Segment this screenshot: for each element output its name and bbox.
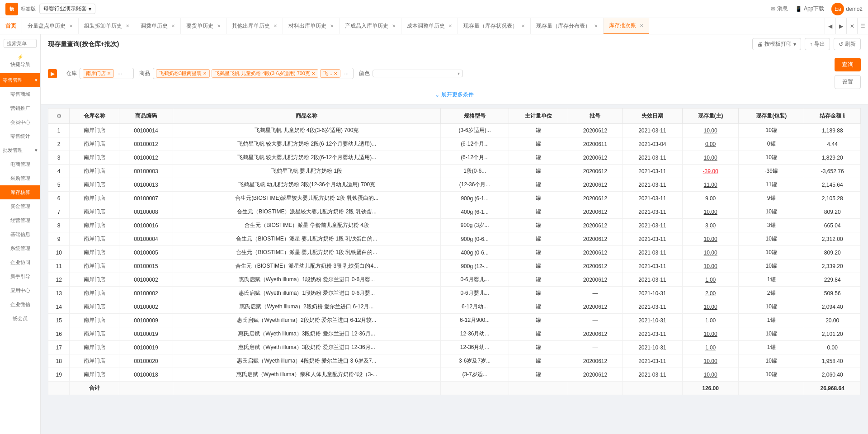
cell-qty-main[interactable]: 10.00	[683, 327, 739, 341]
cell-qty-main[interactable]: 10.00	[683, 354, 739, 368]
close-tab-xianc1[interactable]: ✕	[521, 24, 525, 28]
sidebar-item-changhui[interactable]: 畅会员	[0, 311, 40, 326]
goods-tag-close-3[interactable]: ✕	[334, 71, 337, 76]
sidebar-item-huiyuan[interactable]: 会员中心	[0, 115, 40, 129]
warehouse-tag-1[interactable]: 南岸门店 ✕	[83, 69, 114, 78]
query-btn[interactable]: 查询	[835, 58, 861, 71]
cell-qty-main[interactable]: 1.00	[683, 273, 739, 287]
sidebar-item-qiye[interactable]: 企业协同	[0, 255, 40, 269]
tab-cailiao[interactable]: 材料出库单历史 ✕	[283, 18, 340, 34]
close-tab-zuzhuan[interactable]: ✕	[126, 24, 129, 28]
cell-qty-main[interactable]: 1.00	[683, 314, 739, 327]
store-selector[interactable]: 母婴行业演示账套 ▾	[39, 4, 95, 14]
tab-xianc1[interactable]: 现存量（库存状况表）✕	[458, 18, 531, 34]
cell-qty-main[interactable]: 0.00	[683, 137, 739, 151]
cell-qty-main[interactable]: 10.00	[683, 232, 739, 246]
print-btn[interactable]: 🖨 按模板打印 ▾	[752, 38, 801, 50]
sidebar-item-xinshou[interactable]: 新手引导	[0, 269, 40, 283]
sidebar-item-kucun[interactable]: 库存核算	[0, 185, 40, 199]
tab-pici[interactable]: 库存批次账 ✕	[604, 18, 649, 34]
nav-arrow-close[interactable]: ✕	[846, 18, 857, 34]
close-tab-chuku[interactable]: ✕	[274, 24, 277, 28]
expand-arrow-btn[interactable]: ▶	[48, 69, 57, 78]
sidebar-item-yingxiao[interactable]: 营销推广	[0, 101, 40, 115]
cell-amount: 809.20	[804, 246, 861, 259]
warehouse-tag-close[interactable]: ✕	[107, 71, 111, 76]
close-tab-chengben[interactable]: ✕	[448, 24, 452, 28]
sidebar-item-jichu[interactable]: 基础信息	[0, 227, 40, 241]
cell-unit: 罐	[509, 300, 568, 314]
sidebar-item-yingyong[interactable]: 应用中心	[0, 283, 40, 297]
cell-qty-main[interactable]: 10.00	[683, 124, 739, 137]
search-input[interactable]	[4, 39, 37, 48]
goods-more[interactable]: ···	[342, 71, 350, 77]
sidebar-item-zijin[interactable]: 资金管理	[0, 199, 40, 213]
sidebar-item-xitong[interactable]: 系统管理	[0, 241, 40, 255]
tab-xianc2[interactable]: 现存量（库存分布表）✕	[531, 18, 604, 34]
tab-home[interactable]: 首页	[0, 18, 22, 34]
weixin-label: 企业微信	[10, 301, 30, 308]
close-tab-tiaobo[interactable]: ✕	[171, 24, 175, 28]
tab-yaohuo[interactable]: 要货单历史 ✕	[181, 18, 226, 34]
sidebar-item-pifa[interactable]: 批发管理 ▾	[0, 143, 40, 157]
goods-tag-close-2[interactable]: ✕	[311, 71, 315, 76]
cell-qty-main[interactable]: 10.00	[683, 246, 739, 259]
sidebar-item-lingshoul[interactable]: 零售管理 ▾	[0, 73, 40, 87]
cell-code: 00100016	[119, 219, 173, 232]
sidebar-item-dianshang[interactable]: 电商管理	[0, 157, 40, 171]
goods-tag-3[interactable]: 飞... ✕	[320, 69, 340, 78]
goods-tag-close-1[interactable]: ✕	[203, 71, 207, 76]
goods-tag-1[interactable]: 飞鹤奶粉3段两提装 ✕	[156, 69, 210, 78]
goods-tag-2[interactable]: 飞鹤星飞帆 儿童奶粉 4段(3-6岁适用) 700克 ✕	[212, 69, 318, 78]
expand-toggle-btn[interactable]: ⌄ 展开更多条件	[435, 91, 474, 99]
cell-qty-main[interactable]: 10.00	[683, 300, 739, 314]
cell-qty-main[interactable]: 3.00	[683, 219, 739, 232]
cell-batch: —	[568, 287, 622, 300]
sidebar-item-weixin[interactable]: 企业微信	[0, 297, 40, 311]
page-header: 现存量查询(按仓库+批次) 🖨 按模板打印 ▾ ↑ 导出 ↺ 刷新	[41, 34, 868, 54]
sidebar-item-kuaijie[interactable]: ⚡ 快捷导航	[0, 51, 40, 71]
cell-qty-main[interactable]: -39.00	[683, 165, 739, 178]
export-btn[interactable]: ↑ 导出	[805, 38, 830, 50]
tab-fenliang[interactable]: 分量盘点单历史 ✕	[22, 18, 79, 34]
close-tab-chanpin[interactable]: ✕	[392, 24, 396, 28]
tab-zuzhuan[interactable]: 组装拆卸单历史 ✕	[79, 18, 135, 34]
warehouse-tag-group[interactable]: 南岸门店 ✕ ···	[80, 68, 134, 79]
cell-qty-main[interactable]: 9.00	[683, 192, 739, 205]
close-tab-fenliang[interactable]: ✕	[69, 24, 73, 28]
cell-qty-main[interactable]: 10.00	[683, 259, 739, 273]
sidebar-item-lingshout[interactable]: 零售统计	[0, 129, 40, 143]
message-btn[interactable]: ✉ 消息	[771, 5, 788, 13]
nav-arrow-right[interactable]: ▶	[835, 18, 846, 34]
tab-chanpin[interactable]: 产成品入库单历史 ✕	[340, 18, 401, 34]
cell-qty-main[interactable]: 1.00	[683, 341, 739, 354]
app-download-btn[interactable]: 📱 App下载	[795, 5, 824, 13]
sidebar-item-jingying[interactable]: 经营管理	[0, 213, 40, 227]
cell-qty-main[interactable]: 10.00	[683, 151, 739, 165]
sidebar-item-lingshous[interactable]: 零售商城	[0, 87, 40, 101]
settings-icon[interactable]: ⚙	[57, 113, 61, 119]
cell-qty-main[interactable]: 2.00	[683, 287, 739, 300]
cell-qty-main[interactable]: 10.00	[683, 368, 739, 382]
tab-tiaobo[interactable]: 调拨单历史 ✕	[135, 18, 181, 34]
cell-warehouse: 南岸门店	[70, 354, 119, 368]
nav-arrow-menu[interactable]: ☰	[857, 18, 868, 34]
color-filter-group[interactable]: ▾	[373, 70, 463, 77]
goods-tag-group[interactable]: 飞鹤奶粉3段两提装 ✕ 飞鹤星飞帆 儿童奶粉 4段(3-6岁适用) 700克 ✕…	[153, 68, 354, 79]
user-area[interactable]: Ea demo2	[831, 3, 863, 15]
tab-chengben[interactable]: 成本调整单历史 ✕	[401, 18, 458, 34]
color-dropdown-arrow[interactable]: ▾	[458, 71, 460, 76]
cell-qty-main[interactable]: 10.00	[683, 205, 739, 219]
close-tab-pici[interactable]: ✕	[640, 23, 643, 28]
close-tab-yaohuo[interactable]: ✕	[217, 24, 221, 28]
close-tab-xianc2[interactable]: ✕	[594, 24, 598, 28]
sidebar-item-caigou[interactable]: 采购管理	[0, 171, 40, 185]
setting-btn[interactable]: 设置	[835, 75, 861, 89]
nav-arrow-left[interactable]: ◀	[825, 18, 835, 34]
refresh-btn[interactable]: ↺ 刷新	[834, 38, 861, 50]
col-settings[interactable]: ⚙	[48, 108, 70, 124]
cell-qty-main[interactable]: 11.00	[683, 178, 739, 192]
warehouse-more[interactable]: ···	[116, 71, 124, 77]
close-tab-cailiao[interactable]: ✕	[330, 24, 334, 28]
tab-chuku[interactable]: 其他出库单历史 ✕	[226, 18, 283, 34]
